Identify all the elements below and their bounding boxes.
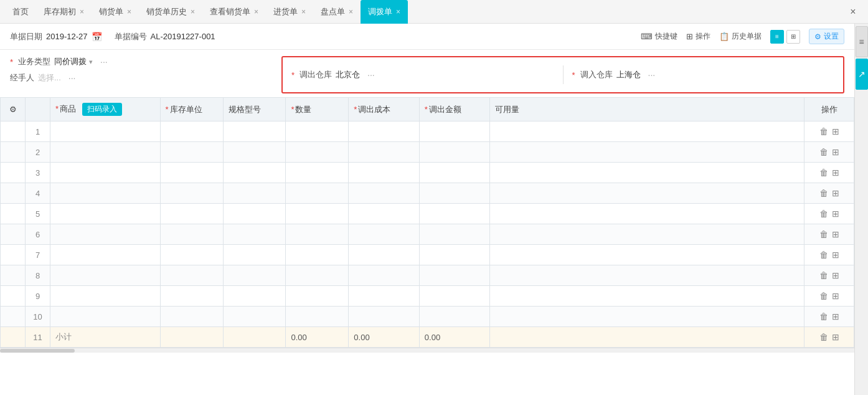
row-qty-cell[interactable] xyxy=(286,245,349,265)
in-warehouse-more[interactable]: ··· xyxy=(648,70,656,80)
col-header-settings[interactable]: ⚙ xyxy=(1,98,26,121)
row-cost-cell[interactable] xyxy=(349,121,420,142)
business-type-more[interactable]: ··· xyxy=(100,57,108,67)
delete-icon[interactable]: 🗑 xyxy=(819,270,828,280)
row-goods-cell[interactable] xyxy=(50,142,161,163)
row-amount-cell[interactable] xyxy=(419,224,490,245)
copy-icon[interactable]: ⊞ xyxy=(832,229,839,239)
delete-icon[interactable]: 🗑 xyxy=(819,168,828,178)
row-amount-cell[interactable] xyxy=(419,245,490,265)
out-warehouse-value[interactable]: 北京仓 xyxy=(336,69,360,80)
row-cost-cell[interactable] xyxy=(349,245,420,265)
person-more[interactable]: ··· xyxy=(68,73,76,83)
row-amount-cell[interactable] xyxy=(419,183,490,204)
tab-close-sales-history[interactable]: × xyxy=(191,7,195,16)
row-amount-cell[interactable] xyxy=(419,142,490,163)
tab-close-inventory-init[interactable]: × xyxy=(80,7,84,16)
tab-home[interactable]: 首页 xyxy=(5,0,36,24)
row-goods-cell[interactable] xyxy=(50,163,161,183)
delete-icon[interactable]: 🗑 xyxy=(819,188,828,198)
copy-icon[interactable]: ⊞ xyxy=(832,147,839,157)
operations-action[interactable]: ⊞ 操作 xyxy=(686,31,710,42)
row-cost-cell[interactable] xyxy=(349,286,420,307)
shortcut-action[interactable]: ⌨ 快捷键 xyxy=(641,31,677,42)
row-goods-cell[interactable] xyxy=(50,121,161,142)
row-cost-cell[interactable] xyxy=(349,163,420,183)
row-qty-cell[interactable] xyxy=(286,163,349,183)
row-qty-cell[interactable] xyxy=(286,265,349,286)
row-qty-cell[interactable] xyxy=(286,204,349,224)
business-type-dropdown[interactable]: 同价调拨 ▾ xyxy=(54,56,93,67)
row-qty-cell[interactable] xyxy=(286,142,349,163)
delete-icon[interactable]: 🗑 xyxy=(819,126,828,136)
tab-purchase-order[interactable]: 进货单 × xyxy=(266,0,313,24)
row-cost-cell[interactable] xyxy=(349,142,420,163)
tab-sales-history[interactable]: 销货单历史 × xyxy=(139,0,202,24)
person-select[interactable]: 选择... xyxy=(38,72,61,83)
tab-close-sales-order[interactable]: × xyxy=(127,7,131,16)
delete-icon[interactable]: 🗑 xyxy=(819,312,828,321)
copy-icon[interactable]: ⊞ xyxy=(832,270,839,280)
copy-icon[interactable]: ⊞ xyxy=(832,291,839,301)
row-goods-cell[interactable] xyxy=(50,183,161,204)
copy-icon[interactable]: ⊞ xyxy=(832,209,839,219)
row-goods-cell[interactable] xyxy=(50,307,161,327)
row-cost-cell[interactable] xyxy=(349,307,420,327)
delete-icon[interactable]: 🗑 xyxy=(819,147,828,157)
tab-close-transfer-order[interactable]: × xyxy=(396,7,400,16)
history-action[interactable]: 📋 历史单据 xyxy=(719,31,762,42)
sidebar-list-button[interactable]: ≡ xyxy=(856,26,868,57)
tab-stock-count[interactable]: 盘点单 × xyxy=(313,0,361,24)
row-goods-cell[interactable] xyxy=(50,224,161,245)
row-amount-cell[interactable] xyxy=(419,265,490,286)
tab-inventory-init[interactable]: 库存期初 × xyxy=(36,0,92,24)
window-close-button[interactable]: × xyxy=(843,2,863,22)
layout-list-icon[interactable]: ≡ xyxy=(770,30,784,44)
row-amount-cell[interactable] xyxy=(419,121,490,142)
row-qty-cell[interactable] xyxy=(286,307,349,327)
horizontal-scrollbar[interactable] xyxy=(0,348,854,353)
tab-sales-order[interactable]: 销货单 × xyxy=(92,0,139,24)
row-amount-cell[interactable] xyxy=(419,307,490,327)
row-cost-cell[interactable] xyxy=(349,204,420,224)
layout-grid-icon[interactable]: ⊞ xyxy=(786,30,800,44)
tab-view-sales[interactable]: 查看销货单 × xyxy=(202,0,266,24)
row-amount-cell[interactable] xyxy=(419,163,490,183)
tab-close-view-sales[interactable]: × xyxy=(254,7,258,16)
row-cost-cell[interactable] xyxy=(349,183,420,204)
row-qty-cell[interactable] xyxy=(286,224,349,245)
delete-icon[interactable]: 🗑 xyxy=(819,209,828,219)
row-qty-cell[interactable] xyxy=(286,121,349,142)
copy-icon[interactable]: ⊞ xyxy=(832,188,839,198)
delete-icon[interactable]: 🗑 xyxy=(819,250,828,260)
calendar-icon[interactable]: 📅 xyxy=(92,32,102,42)
sidebar-expand-button[interactable]: ↗ xyxy=(856,59,868,90)
row-goods-cell[interactable] xyxy=(50,204,161,224)
settings-button[interactable]: ⚙ 设置 xyxy=(809,29,844,44)
row-qty-cell[interactable] xyxy=(286,286,349,307)
copy-icon[interactable]: ⊞ xyxy=(832,332,839,342)
copy-icon[interactable]: ⊞ xyxy=(832,250,839,260)
row-goods-cell[interactable] xyxy=(50,265,161,286)
out-warehouse-more[interactable]: ··· xyxy=(367,70,375,80)
row-cost-cell[interactable] xyxy=(349,265,420,286)
delete-icon[interactable]: 🗑 xyxy=(819,229,828,239)
row-cost-cell[interactable] xyxy=(349,224,420,245)
row-goods-cell[interactable] xyxy=(50,245,161,265)
tab-transfer-order[interactable]: 调拨单 × xyxy=(361,0,408,24)
row-goods-cell[interactable] xyxy=(50,286,161,307)
in-warehouse-value[interactable]: 上海仓 xyxy=(616,69,641,80)
row-amount-cell[interactable] xyxy=(419,204,490,224)
scrollbar-thumb[interactable] xyxy=(0,349,75,353)
copy-icon[interactable]: ⊞ xyxy=(832,126,839,136)
row-qty-cell[interactable] xyxy=(286,183,349,204)
subtotal-label-cell: 小计 xyxy=(50,327,161,348)
delete-icon[interactable]: 🗑 xyxy=(819,332,828,342)
delete-icon[interactable]: 🗑 xyxy=(819,291,828,301)
copy-icon[interactable]: ⊞ xyxy=(832,312,839,321)
copy-icon[interactable]: ⊞ xyxy=(832,168,839,178)
tab-close-purchase-order[interactable]: × xyxy=(301,7,306,16)
tab-close-stock-count[interactable]: × xyxy=(349,7,353,16)
scan-button[interactable]: 扫码录入 xyxy=(82,103,122,116)
row-amount-cell[interactable] xyxy=(419,286,490,307)
